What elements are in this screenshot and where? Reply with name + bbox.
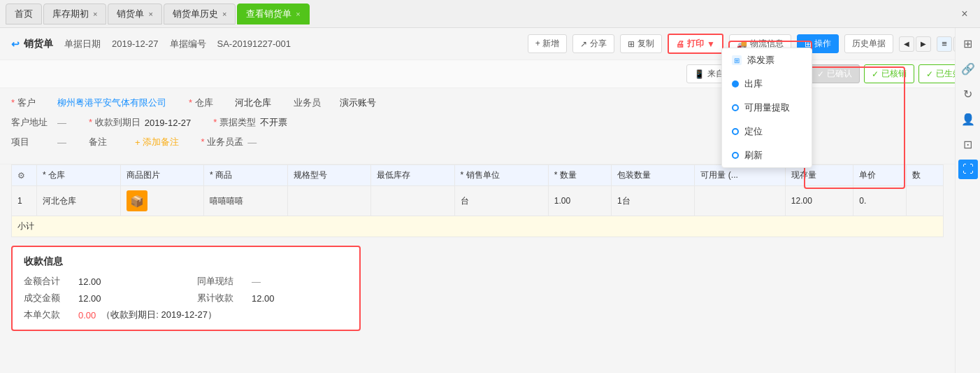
form-section: 客户 柳州粤港平安气体有限公司 仓库 河北仓库 业务员 演示账号 客户地址 — …	[0, 88, 980, 164]
staff-value: 演示账号	[340, 97, 376, 109]
tab-view-sales-label: 查看销货单	[246, 8, 291, 20]
prev-arrow[interactable]: ◀	[899, 36, 914, 52]
col-min-stock: 最低库存	[371, 165, 455, 186]
subtotal-row: 小计	[12, 216, 944, 237]
same-order-label: 同单现结	[197, 275, 246, 288]
summary-grid: 金额合计 12.00 同单现结 — 成交金额 12.00 累计收款 12.00 …	[24, 275, 348, 321]
product-table: ⚙ * 仓库 商品图片 * 商品 规格型号 最低库存 * 销售单位 * 数量 包…	[11, 164, 944, 237]
col-product: * 商品	[204, 165, 288, 186]
row-price: 0.	[853, 186, 906, 216]
staff-label: 业务员	[294, 97, 336, 109]
dropdown-locate[interactable]: 定位	[722, 120, 812, 143]
share-button[interactable]: ↗ 分享	[572, 34, 614, 53]
staff-field: 业务员 演示账号	[294, 97, 376, 109]
sidebar-icon-4[interactable]: 👤	[958, 109, 978, 129]
dropdown-outbound-label: 出库	[744, 78, 763, 90]
col-quantity: * 数量	[548, 165, 611, 186]
operation-dropdown-menu: ⊞ 添发票 出库 可用量提取 定位 刷新	[721, 48, 812, 168]
history-button[interactable]: 历史单据	[844, 34, 893, 53]
document-type-label: 销货单	[24, 38, 53, 50]
note-field: 备注 + 添加备注	[89, 136, 179, 148]
address-label: 客户地址	[11, 116, 53, 129]
sidebar-icon-3[interactable]: ↻	[958, 84, 978, 104]
cumulative-row: 累计收款 12.00	[197, 292, 348, 304]
print-button[interactable]: 🖨 打印 ▼	[668, 34, 723, 54]
warehouse-value: 河北仓库	[235, 97, 271, 109]
transaction-row: 成交金额 12.00	[24, 292, 175, 304]
col-price: 单价	[853, 165, 906, 186]
same-order-row: 同单现结 —	[197, 275, 348, 288]
next-arrow[interactable]: ▶	[916, 36, 931, 52]
form-row-1: 客户 柳州粤港平安气体有限公司 仓库 河北仓库 业务员 演示账号	[11, 97, 969, 109]
right-sidebar: ⊞ 🔗 ↻ 👤 ⊡ ⛶	[955, 28, 980, 373]
share-icon: ↗	[580, 39, 587, 49]
due-label: 本单欠款	[24, 309, 73, 321]
number-label: 单据编号	[170, 38, 206, 50]
amount-total-row: 金额合计 12.00	[24, 275, 175, 288]
add-note-button[interactable]: + 添加备注	[135, 136, 179, 148]
invoice-type-value: 不开票	[260, 116, 287, 129]
row-package-qty: 1台	[611, 186, 695, 216]
sidebar-icon-1[interactable]: ⊞	[958, 34, 978, 53]
subtotal-label: 小计	[12, 216, 944, 237]
confirm-status-button[interactable]: ✓ 已确认	[809, 64, 860, 83]
tab-view-sales-close[interactable]: ×	[296, 10, 300, 18]
tab-sales-history[interactable]: 销货单历史 ×	[164, 3, 236, 24]
sidebar-icon-expand[interactable]: ⛶	[958, 160, 978, 179]
sidebar-icon-2[interactable]: 🔗	[958, 59, 978, 78]
customer-value[interactable]: 柳州粤港平安气体有限公司	[57, 97, 166, 109]
voided-icon: ✓	[872, 69, 879, 79]
list-view-icon[interactable]: ≡	[937, 36, 952, 52]
voided-status-button[interactable]: ✓ 已核销	[864, 64, 914, 83]
due-value: 0.00	[78, 310, 96, 321]
table-section: ⚙ * 仓库 商品图片 * 商品 规格型号 最低库存 * 销售单位 * 数量 包…	[0, 164, 955, 237]
tab-sales-order-close[interactable]: ×	[148, 10, 152, 18]
summary-section: 收款信息 金额合计 12.00 同单现结 — 成交金额 12.00 累计收款 1…	[11, 246, 361, 331]
salesperson-field: 业务员孟 —	[201, 136, 257, 148]
sidebar-icon-5[interactable]: ⊡	[958, 134, 978, 154]
payment-date-label: 收款到期日	[89, 116, 140, 129]
row-min-stock	[371, 186, 455, 216]
col-warehouse: * 仓库	[37, 165, 121, 186]
dropdown-available-qty[interactable]: 可用量提取	[722, 96, 812, 120]
copy-button[interactable]: ⊞ 复制	[620, 34, 662, 53]
tab-sales-order-label: 销货单	[117, 8, 144, 20]
window-close-button[interactable]: ×	[955, 4, 974, 24]
dropdown-refresh[interactable]: 刷新	[722, 143, 812, 167]
dropdown-outbound[interactable]: 出库	[722, 72, 812, 96]
document-header: ↩ 销货单 单据日期 2019-12-27 单据编号 SA-20191227-0…	[0, 28, 980, 60]
address-value: —	[57, 118, 66, 128]
row-available	[695, 186, 785, 216]
payment-date-value: 2019-12-27	[145, 118, 192, 128]
tab-view-sales[interactable]: 查看销货单 ×	[237, 3, 309, 24]
due-row: 本单欠款 0.00 （收款到期日: 2019-12-27）	[24, 309, 348, 321]
cumulative-label: 累计收款	[197, 292, 246, 304]
tab-sales-history-label: 销货单历史	[173, 8, 218, 20]
tab-inventory-init-close[interactable]: ×	[93, 10, 97, 18]
copy-icon: ⊞	[628, 39, 635, 49]
tab-sales-history-close[interactable]: ×	[222, 10, 226, 18]
print-icon: 🖨	[676, 39, 684, 49]
new-button[interactable]: + 新增	[528, 34, 567, 53]
row-index: 1	[12, 186, 37, 216]
col-current: 现存量	[785, 165, 853, 186]
invoice-type-label: 票据类型	[213, 116, 256, 129]
project-value: —	[57, 137, 66, 148]
col-product-img: 商品图片	[120, 165, 204, 186]
row-amount	[906, 186, 943, 216]
dropdown-refresh-label: 刷新	[744, 149, 763, 162]
add-note-icon: +	[135, 137, 140, 148]
navigation-arrows: ◀ ▶	[899, 36, 931, 52]
note-label: 备注	[89, 136, 131, 148]
tab-home[interactable]: 首页	[6, 3, 42, 24]
warehouse-field: 仓库 河北仓库	[189, 97, 271, 109]
dropdown-add-invoice[interactable]: ⊞ 添发票	[722, 48, 812, 72]
effective-icon: ✓	[926, 69, 933, 79]
transaction-value: 12.00	[78, 293, 101, 304]
document-meta: 单据日期 2019-12-27 单据编号 SA-20191227-001	[64, 38, 291, 50]
tab-sales-order[interactable]: 销货单 ×	[108, 3, 161, 24]
settings-icon[interactable]: ⚙	[17, 171, 25, 181]
tab-bar: 首页 库存期初 × 销货单 × 销货单历史 × 查看销货单 × ×	[0, 0, 980, 28]
amount-total-label: 金额合计	[24, 275, 73, 288]
tab-inventory-init[interactable]: 库存期初 ×	[43, 3, 106, 24]
